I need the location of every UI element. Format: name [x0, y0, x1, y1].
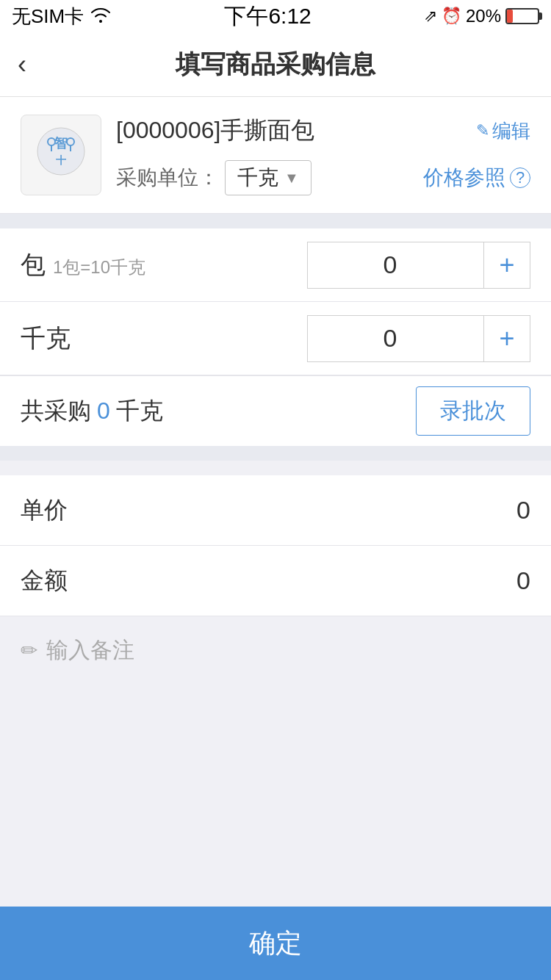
kg-plus-button[interactable]: +: [483, 315, 530, 362]
back-button[interactable]: ‹: [18, 49, 26, 80]
status-left: 无SIM卡: [12, 4, 112, 29]
battery-percent: 20%: [466, 6, 501, 26]
bag-input-control: +: [168, 242, 530, 289]
status-time: 下午6:12: [224, 1, 311, 32]
svg-text:十: 十: [56, 154, 67, 166]
product-header: [0000006]手撕面包 ✎ 编辑: [116, 115, 530, 147]
alarm-icon: ⏰: [442, 7, 461, 26]
remark-section[interactable]: ✏ 输入备注: [0, 618, 551, 706]
input-section: 包 1包=10千克 + 千克 +: [0, 228, 551, 375]
confirm-label: 确定: [249, 926, 302, 962]
price-section: 单价 0 金额 0: [0, 475, 551, 616]
kg-label: 千克: [21, 322, 168, 356]
total-count: 0: [97, 397, 110, 425]
unit-price-row: 单价 0: [0, 475, 551, 546]
content-spacer: [0, 706, 551, 912]
amount-value: 0: [516, 566, 530, 595]
section-divider-2: [0, 446, 551, 461]
section-divider-1: [0, 214, 551, 228]
unit-select[interactable]: 千克 ▼: [225, 160, 311, 195]
product-info: [0000006]手撕面包 ✎ 编辑 采购单位： 千克 ▼ 价格参照 ?: [116, 115, 530, 195]
record-batch-button[interactable]: 录批次: [416, 386, 530, 436]
unit-label: 采购单位：: [116, 164, 219, 192]
edit-icon: ✎: [476, 121, 489, 140]
product-logo: 智 十: [35, 126, 87, 184]
product-card: 智 十 [0000006]手撕面包 ✎ 编辑 采购单位： 千克: [0, 97, 551, 214]
battery-icon: [505, 8, 539, 24]
location-icon: ⇗: [424, 7, 437, 26]
kg-input-row: 千克 +: [0, 302, 551, 375]
status-bar: 无SIM卡 下午6:12 ⇗ ⏰ 20%: [0, 0, 551, 32]
svg-point-0: [37, 128, 84, 175]
product-image: 智 十: [21, 115, 101, 195]
pencil-icon: ✏: [21, 638, 37, 663]
kg-input-control: +: [168, 315, 530, 362]
bag-plus-button[interactable]: +: [483, 242, 530, 289]
amount-label: 金额: [21, 565, 68, 597]
edit-button[interactable]: ✎ 编辑: [476, 118, 530, 144]
unit-price-label: 单价: [21, 494, 68, 527]
remark-placeholder: ✏ 输入备注: [21, 635, 530, 666]
kg-quantity-input[interactable]: [307, 315, 483, 362]
bag-quantity-input[interactable]: [307, 242, 483, 289]
product-name: [0000006]手撕面包: [116, 115, 314, 147]
total-label: 共采购 0 千克: [21, 395, 163, 428]
amount-row: 金额 0: [0, 546, 551, 616]
help-icon: ?: [510, 167, 530, 188]
nav-bar: ‹ 填写商品采购信息: [0, 32, 551, 97]
confirm-bar[interactable]: 确定: [0, 907, 551, 980]
wifi-icon: [90, 5, 112, 28]
price-reference-button[interactable]: 价格参照 ?: [423, 164, 530, 192]
page-title: 填写商品采购信息: [176, 48, 375, 82]
total-row: 共采购 0 千克 录批次: [0, 375, 551, 446]
bag-input-row: 包 1包=10千克 +: [0, 228, 551, 302]
status-right: ⇗ ⏰ 20%: [424, 6, 539, 26]
carrier-label: 无SIM卡: [12, 4, 84, 29]
product-unit-row: 采购单位： 千克 ▼ 价格参照 ?: [116, 160, 530, 195]
unit-price-value: 0: [516, 496, 530, 525]
dropdown-icon: ▼: [284, 170, 299, 187]
bag-label: 包 1包=10千克: [21, 248, 168, 282]
svg-text:智: 智: [54, 136, 68, 151]
